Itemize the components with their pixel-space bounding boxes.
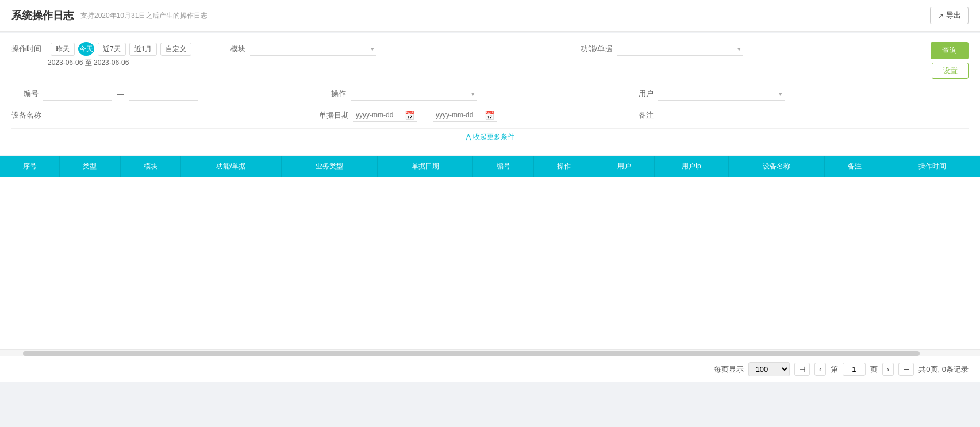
title-area: 系统操作日志 支持2020年10月31日之后产生的操作日志 [11, 9, 207, 22]
prev-page-btn[interactable]: ‹ [814, 363, 826, 376]
filter-row-2: 编号 — 操作 ▾ 用户 ▾ [11, 87, 969, 101]
doc-date-col: 单据日期 📅 — 📅 [319, 109, 604, 122]
page-suffix: 页 [870, 364, 878, 375]
col-seq: 序号 [0, 156, 60, 177]
table-area: 序号 类型 模块 功能/单据 业务类型 单据日期 编号 操作 用户 用户ip 设… [0, 156, 980, 349]
last1m-btn[interactable]: 近1月 [129, 43, 157, 56]
module-select-wrapper: ▾ [250, 42, 376, 56]
total-label: 共0页, 0条记录 [918, 364, 969, 375]
data-table: 序号 类型 模块 功能/单据 业务类型 单据日期 编号 操作 用户 用户ip 设… [0, 156, 980, 177]
remark-label: 备注 [627, 110, 658, 121]
operation-label: 操作 [319, 89, 351, 99]
time-buttons: 昨天 今天 近7天 近1月 自定义 [51, 42, 191, 56]
col-doc-date: 单据日期 [377, 156, 473, 177]
number-label: 编号 [11, 89, 43, 99]
page-subtitle: 支持2020年10月31日之后产生的操作日志 [80, 11, 207, 21]
custom-btn[interactable]: 自定义 [160, 43, 191, 56]
doc-date-start-wrapper: 📅 [353, 109, 417, 122]
page-size-select[interactable]: 100 50 200 [748, 362, 790, 376]
yesterday-btn[interactable]: 昨天 [51, 43, 75, 56]
module-col: 模块 ▾ [218, 42, 558, 56]
export-button[interactable]: ↗ 导出 [930, 7, 969, 24]
function-label: 功能/单据 [581, 44, 617, 54]
date-range: 2023-06-06 至 2023-06-06 [48, 59, 129, 67]
export-icon: ↗ [937, 11, 944, 20]
table-header-row: 序号 类型 模块 功能/单据 业务类型 单据日期 编号 操作 用户 用户ip 设… [0, 156, 980, 177]
pagination: 每页显示 100 50 200 ⊣ ‹ 第 页 › ⊢ 共0页, 0条记录 [0, 356, 980, 382]
function-col: 功能/单据 ▾ [581, 42, 920, 56]
col-remark: 备注 [824, 156, 885, 177]
settings-button[interactable]: 设置 [932, 63, 969, 79]
filter-row-1: 操作时间 昨天 今天 近7天 近1月 自定义 2023-06-06 至 2023… [11, 42, 969, 79]
doc-date-end-wrapper: 📅 [433, 109, 497, 122]
doc-date-end[interactable] [433, 109, 497, 122]
col-type: 类型 [60, 156, 120, 177]
number-input-end[interactable] [129, 87, 198, 101]
page-header: 系统操作日志 支持2020年10月31日之后产生的操作日志 ↗ 导出 [0, 0, 980, 32]
collapse-bar[interactable]: ⋀ 收起更多条件 [11, 128, 969, 145]
operation-select-wrapper: ▾ [351, 87, 477, 101]
export-label: 导出 [946, 10, 961, 21]
scrollbar-thumb[interactable] [23, 351, 920, 356]
user-select-wrapper: ▾ [658, 87, 785, 101]
number-input-start[interactable] [43, 87, 112, 101]
module-label: 模块 [218, 44, 250, 54]
col-user-ip: 用户ip [654, 156, 728, 177]
last7-btn[interactable]: 近7天 [98, 43, 126, 56]
doc-date-label: 单据日期 [319, 110, 353, 121]
filter-area: 操作时间 昨天 今天 近7天 近1月 自定义 2023-06-06 至 2023… [0, 33, 980, 155]
filter-row-3: 设备名称 单据日期 📅 — 📅 备注 [11, 109, 969, 122]
function-input[interactable] [617, 42, 743, 56]
user-label: 用户 [627, 89, 658, 99]
doc-date-dash: — [417, 111, 433, 120]
next-page-btn[interactable]: › [882, 363, 894, 376]
page-title: 系统操作日志 [11, 9, 74, 22]
number-dash: — [112, 90, 129, 98]
operation-input[interactable] [351, 87, 477, 101]
doc-date-start[interactable] [353, 109, 417, 122]
col-function: 功能/单据 [180, 156, 281, 177]
col-number: 编号 [473, 156, 533, 177]
number-col: 编号 — [11, 87, 296, 101]
device-label: 设备名称 [11, 110, 46, 121]
remark-col: 备注 [627, 109, 911, 122]
first-page-btn[interactable]: ⊣ [794, 363, 810, 376]
scrollbar-area[interactable] [0, 349, 980, 356]
operation-col: 操作 ▾ [319, 87, 604, 101]
col-biz-type: 业务类型 [281, 156, 377, 177]
time-label: 操作时间 [11, 44, 46, 54]
device-col: 设备名称 [11, 109, 296, 122]
last-page-btn[interactable]: ⊢ [898, 363, 914, 376]
today-btn[interactable]: 今天 [78, 42, 94, 56]
function-select-wrapper: ▾ [617, 42, 743, 56]
col-user: 用户 [594, 156, 654, 177]
current-page-input[interactable] [843, 363, 866, 376]
col-operation: 操作 [533, 156, 594, 177]
empty-area [0, 177, 980, 349]
action-col: 查询 设置 [919, 42, 969, 79]
collapse-label: 收起更多条件 [473, 133, 514, 141]
page-num-label: 第 [831, 364, 838, 375]
col-device: 设备名称 [729, 156, 825, 177]
user-input[interactable] [658, 87, 785, 101]
col-module: 模块 [120, 156, 180, 177]
device-input[interactable] [46, 109, 207, 122]
remark-input[interactable] [658, 109, 819, 122]
user-col: 用户 ▾ [627, 87, 911, 101]
module-input[interactable] [250, 42, 376, 56]
per-page-label: 每页显示 [714, 364, 744, 375]
query-button[interactable]: 查询 [931, 42, 969, 59]
collapse-up-icon: ⋀ [466, 133, 471, 141]
table-head: 序号 类型 模块 功能/单据 业务类型 单据日期 编号 操作 用户 用户ip 设… [0, 156, 980, 177]
col-op-time: 操作时间 [885, 156, 980, 177]
